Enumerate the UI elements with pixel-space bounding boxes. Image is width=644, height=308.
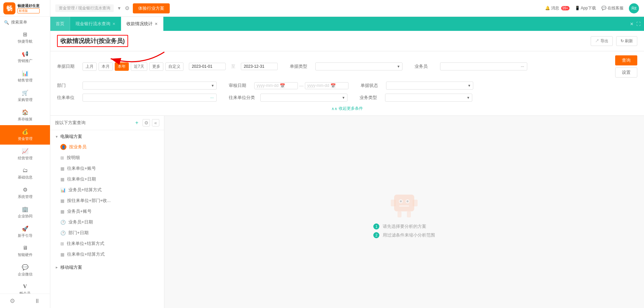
topbar: 资金管理 / 现金银行流水查询 ▼ ⚙ 体验行业方案 🔔 消息 99+ 📱 Ap… <box>50 0 644 17</box>
scheme-item-by-salesman[interactable]: 👤 按业务员 <box>50 142 164 152</box>
refresh-button[interactable]: ↻ 刷新 <box>616 36 637 46</box>
collapse-button[interactable]: ∧∧ 收起更多条件 <box>331 106 363 111</box>
svg-rect-1 <box>391 200 396 206</box>
scheme-item-dept-date[interactable]: 🕐 部门+日期 <box>50 227 164 238</box>
mobile-group-arrow: ▼ <box>55 266 58 269</box>
sidebar-item-corp[interactable]: 🏢 企业协同 <box>0 203 50 222</box>
sidebar-item-quick-nav[interactable]: ⊞ 快捷导航 <box>0 28 50 47</box>
dept-select[interactable]: ▾ <box>83 82 217 90</box>
date-btn-more[interactable]: 更多 <box>149 62 163 71</box>
salesman-account-icon: ▦ <box>60 209 64 214</box>
salesman-scheme-icon: 👤 <box>60 144 66 150</box>
sidebar-item-guide[interactable]: 🚀 新手引导 <box>0 222 50 242</box>
sidebar-item-hardware[interactable]: 🖥 智能硬件 <box>0 242 50 261</box>
sidebar-item-sales[interactable]: 📊 销售管理 <box>0 67 50 86</box>
tab-cash-flow[interactable]: 现金银行流水查询 ✕ <box>70 17 121 31</box>
partner-label: 往来单位 <box>57 95 77 101</box>
tab-close-all-icon[interactable]: ✕ <box>630 21 634 27</box>
tab-cash-flow-close[interactable]: ✕ <box>112 22 115 26</box>
review-date-from[interactable]: yyyy-mm-dd 📅 <box>254 82 298 89</box>
notification-area[interactable]: 🔔 消息 99+ <box>545 5 570 11</box>
biz-type-select[interactable]: ▾ <box>385 94 472 102</box>
sidebar-item-purchase[interactable]: 🛒 采购管理 <box>0 86 50 106</box>
scheme-item-salesman-account[interactable]: ▦ 业务员+账号 <box>50 206 164 217</box>
mobile-group-header[interactable]: ▼ 移动端方案 <box>50 262 164 272</box>
user-avatar[interactable]: Rit <box>629 3 639 13</box>
step2-number: 2 <box>373 232 379 238</box>
empty-illustration: 1 请先选择要分析的方案 2 用过滤条件来缩小分析范围 <box>373 185 435 240</box>
partner-cat-label: 往来单位分类 <box>229 95 255 101</box>
review-date-to[interactable]: yyyy-mm-dd 📅 <box>305 82 348 89</box>
svg-rect-2 <box>413 200 418 206</box>
sidebar-item-operations[interactable]: 📈 经营管理 <box>0 145 50 164</box>
type-select[interactable]: ▾ <box>315 62 402 70</box>
date-from-input[interactable] <box>189 63 226 70</box>
sidebar: 畅 畅捷通好生意 标准版 🔍 搜索菜单 ⊞ 快捷导航 📢 营销推广 📊 销售管理… <box>0 0 50 308</box>
sidebar-item-wechat[interactable]: 💬 企业微信 <box>0 261 50 280</box>
sidebar-item-member[interactable]: V 畅会员 <box>0 280 50 294</box>
member-icon: V <box>23 284 27 290</box>
sidebar-search[interactable]: 🔍 搜索菜单 <box>0 17 50 28</box>
topbar-gear-icon[interactable]: ⚙ <box>125 5 129 11</box>
logo-icon: 畅 <box>3 2 15 14</box>
tab-home[interactable]: 首页 <box>50 17 70 31</box>
refresh-icon: ↻ <box>621 39 624 43</box>
sidebar-item-marketing[interactable]: 📢 营销推广 <box>0 47 50 67</box>
svg-rect-4 <box>407 211 411 217</box>
date-btn-7days[interactable]: 近7天 <box>131 62 147 71</box>
review-date-dash: — <box>299 83 304 88</box>
scheme-item-salesman-settlement[interactable]: 📊 业务员+结算方式 <box>50 185 164 195</box>
dept-label: 部门 <box>57 83 77 89</box>
scheme-item-partner-settlement2[interactable]: ▦ 往来单位+结算方式 <box>50 249 164 260</box>
scheme-item-partner-dept[interactable]: ▦ 按往来单位+部门+收... <box>50 195 164 206</box>
hardware-icon: 🖥 <box>22 245 28 251</box>
date-btn-this-year[interactable]: 本年 <box>115 62 129 71</box>
salesman-more-icon: ··· <box>521 64 524 69</box>
sidebar-item-finance[interactable]: 💰 资金管理 <box>0 125 50 145</box>
scheme-settings-btn[interactable]: ⚙ <box>143 119 150 126</box>
date-btn-custom[interactable]: 自定义 <box>165 62 183 71</box>
right-content: 1 请先选择要分析的方案 2 用过滤条件来缩小分析范围 <box>164 116 644 308</box>
settings-footer-icon[interactable]: ⚙ <box>10 297 15 305</box>
online-service-link[interactable]: 💬 在线客服 <box>601 5 624 11</box>
tab-receivables[interactable]: 收款情况统计 ✕ <box>121 17 163 31</box>
partner-cat-dropdown-icon: ▾ <box>342 95 344 100</box>
date-to-input[interactable] <box>241 63 278 70</box>
desktop-group-header[interactable]: ▼ 电脑端方案 <box>50 132 164 142</box>
tab-receivables-close[interactable]: ✕ <box>155 22 158 26</box>
collapse-panel-btn[interactable]: « <box>152 119 159 126</box>
app-download-link[interactable]: 📱 App下载 <box>575 5 596 11</box>
tabs-actions: ✕ ⛶ <box>627 17 644 31</box>
sidebar-item-inventory[interactable]: 🏠 库存核算 <box>0 106 50 125</box>
tabs-bar: 首页 现金银行流水查询 ✕ 收款情况统计 ✕ ✕ ⛶ <box>50 17 644 31</box>
topbar-right: 🔔 消息 99+ 📱 App下载 💬 在线客服 Rit <box>545 3 639 13</box>
status-select[interactable]: ▾ <box>386 82 473 90</box>
scheme-item-partner-date[interactable]: ▦ 往来单位+日期 <box>50 174 164 185</box>
operations-icon: 📈 <box>22 148 29 154</box>
collapse-sidebar-icon[interactable]: ⏸ <box>34 298 40 305</box>
tab-expand-icon[interactable]: ⛶ <box>636 21 641 27</box>
sidebar-item-system[interactable]: ⚙ 系统管理 <box>0 183 50 203</box>
trial-button[interactable]: 体验行业方案 <box>133 3 170 13</box>
inventory-icon: 🏠 <box>22 109 29 115</box>
date-btn-this-month[interactable]: 本月 <box>99 62 113 71</box>
step1-number: 1 <box>373 223 379 229</box>
collapse-area: ∧∧ 收起更多条件 <box>57 106 637 111</box>
desktop-group-arrow: ▼ <box>55 135 58 139</box>
scheme-item-by-detail[interactable]: ⊞ 按明细 <box>50 152 164 163</box>
scheme-item-salesman-date[interactable]: 🕐 业务员+日期 <box>50 217 164 227</box>
desktop-scheme-group: ▼ 电脑端方案 👤 按业务员 ⊞ 按明细 ▦ 往来单位+账号 <box>50 130 164 261</box>
sales-icon: 📊 <box>22 70 29 76</box>
scheme-item-partner-account[interactable]: ▦ 往来单位+账号 <box>50 163 164 174</box>
export-button[interactable]: ↗ 导出 <box>591 36 612 46</box>
sidebar-item-base[interactable]: 🗂 基础信息 <box>0 164 50 183</box>
topbar-dropdown-icon[interactable]: ▼ <box>117 6 121 11</box>
filter-settings-button[interactable]: 设置 <box>615 67 637 78</box>
add-scheme-btn[interactable]: + <box>133 119 141 126</box>
salesman-select[interactable]: ··· <box>440 62 527 70</box>
date-btn-last-month[interactable]: 上月 <box>83 62 97 71</box>
query-button[interactable]: 查询 <box>615 55 637 65</box>
scheme-item-partner-settlement1[interactable]: ⊞ 往来单位+结算方式 <box>50 238 164 249</box>
partner-cat-select[interactable]: ▾ <box>260 94 347 102</box>
partner-select[interactable]: ··· <box>83 94 217 102</box>
